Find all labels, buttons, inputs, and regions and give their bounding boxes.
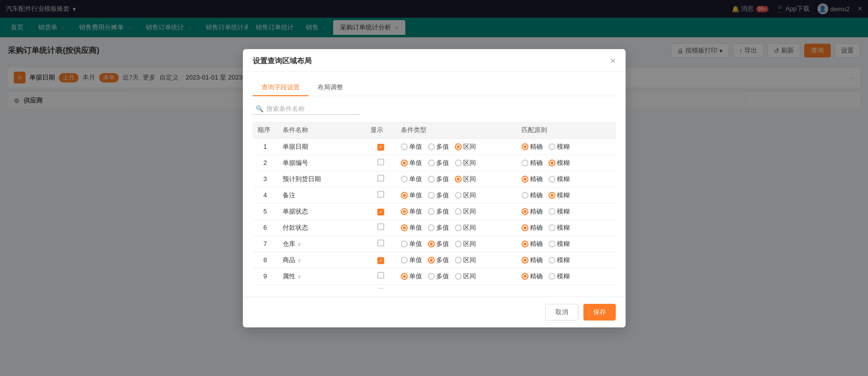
radio-type-单值[interactable]: 单值 <box>401 240 422 248</box>
cell-show[interactable] <box>366 203 396 219</box>
radio-type-区间[interactable]: 区间 <box>455 207 476 216</box>
cell-show[interactable] <box>366 219 396 236</box>
radio-type-多值[interactable]: 多值 <box>428 223 449 232</box>
radio-match-精确[interactable]: 精确 <box>522 175 543 184</box>
radio-match-模糊[interactable]: 模糊 <box>549 142 570 151</box>
show-checkbox[interactable] <box>377 159 384 165</box>
show-checkbox[interactable] <box>377 144 384 151</box>
radio-type-多值[interactable]: 多值 <box>428 159 449 167</box>
show-checkbox[interactable] <box>377 257 384 264</box>
radio-match-精确[interactable]: 精确 <box>522 207 543 216</box>
dialog-tab-layout-adjust-label: 布局调整 <box>317 83 343 91</box>
radio-type-多值[interactable]: 多值 <box>428 256 449 265</box>
radio-type-区间[interactable]: 区间 <box>455 191 476 200</box>
radio-type-多值[interactable]: 多值 <box>428 207 449 216</box>
cell-order: 7 <box>253 236 278 252</box>
cell-name: 预计到货日期 <box>278 171 366 187</box>
expand-arrow-icon[interactable]: ∨ <box>297 257 301 263</box>
dialog-overlay: 设置查询区域布局 × 查询字段设置 布局调整 🔍 <box>0 0 868 376</box>
cell-show[interactable] <box>366 155 396 171</box>
radio-type-单值[interactable]: 单值 <box>401 191 422 200</box>
show-checkbox[interactable] <box>377 191 384 198</box>
radio-label: 区间 <box>463 256 476 265</box>
radio-type-区间[interactable]: 区间 <box>455 256 476 265</box>
dialog-search-input[interactable] <box>266 105 355 112</box>
radio-type-多值[interactable]: 多值 <box>428 142 449 151</box>
radio-match-精确[interactable]: 精确 <box>522 256 543 265</box>
radio-type-单值[interactable]: 单值 <box>401 175 422 184</box>
show-checkbox[interactable] <box>377 240 384 246</box>
radio-type-多值[interactable]: 多值 <box>428 288 449 289</box>
radio-type-单值[interactable]: 单值 <box>401 272 422 281</box>
cell-show[interactable] <box>366 171 396 187</box>
radio-type-区间[interactable]: 区间 <box>455 240 476 248</box>
expand-arrow-icon[interactable]: ∨ <box>297 241 301 247</box>
cell-type: 单值多值区间 <box>396 138 517 155</box>
show-checkbox[interactable] <box>377 209 384 215</box>
radio-type-多值[interactable]: 多值 <box>428 240 449 248</box>
radio-type-单值[interactable]: 单值 <box>401 142 422 151</box>
dialog-table-body: 1单据日期单值多值区间精确模糊2单据编号单值多值区间精确模糊3预计到货日期单值多… <box>253 138 616 289</box>
cell-show[interactable] <box>366 268 396 284</box>
show-checkbox[interactable] <box>377 223 384 230</box>
radio-match-精确[interactable]: 精确 <box>522 191 543 200</box>
radio-match-精确[interactable]: 精确 <box>522 272 543 281</box>
radio-type-单值[interactable]: 单值 <box>401 288 422 289</box>
radio-type-区间[interactable]: 区间 <box>455 272 476 281</box>
show-checkbox[interactable] <box>377 175 384 182</box>
radio-label: 模糊 <box>557 288 570 289</box>
radio-match-模糊[interactable]: 模糊 <box>549 207 570 216</box>
radio-match-模糊[interactable]: 模糊 <box>549 159 570 167</box>
radio-type-单值[interactable]: 单值 <box>401 223 422 232</box>
radio-type-单值[interactable]: 单值 <box>401 207 422 216</box>
cell-show[interactable] <box>366 138 396 155</box>
radio-match-模糊[interactable]: 模糊 <box>549 191 570 200</box>
radio-label: 多值 <box>436 191 449 200</box>
cancel-button[interactable]: 取消 <box>545 304 579 321</box>
radio-match-精确[interactable]: 精确 <box>522 288 543 289</box>
radio-label: 精确 <box>530 272 543 281</box>
radio-circle <box>549 192 555 199</box>
radio-type-多值[interactable]: 多值 <box>428 272 449 281</box>
radio-label: 单值 <box>409 256 422 265</box>
radio-type-单值[interactable]: 单值 <box>401 159 422 167</box>
radio-type-单值[interactable]: 单值 <box>401 256 422 265</box>
show-checkbox[interactable] <box>377 288 384 289</box>
cell-show[interactable] <box>366 252 396 268</box>
radio-match-模糊[interactable]: 模糊 <box>549 175 570 184</box>
table-row: 2单据编号单值多值区间精确模糊 <box>253 155 616 171</box>
cell-type: 单值多值区间 <box>396 203 517 219</box>
cell-show[interactable] <box>366 187 396 203</box>
radio-type-区间[interactable]: 区间 <box>455 223 476 232</box>
radio-type-区间[interactable]: 区间 <box>455 142 476 151</box>
radio-circle <box>522 176 528 183</box>
radio-match-模糊[interactable]: 模糊 <box>549 223 570 232</box>
table-row: 5单据状态单值多值区间精确模糊 <box>253 203 616 219</box>
dialog-tab-query-fields[interactable]: 查询字段设置 <box>253 80 309 96</box>
radio-match-精确[interactable]: 精确 <box>522 240 543 248</box>
dialog-close-button[interactable]: × <box>610 56 616 66</box>
show-checkbox[interactable] <box>377 272 384 279</box>
radio-label: 区间 <box>463 207 476 216</box>
radio-match-模糊[interactable]: 模糊 <box>549 256 570 265</box>
expand-arrow-icon[interactable]: ∨ <box>297 273 301 279</box>
cell-name: 单据编号 <box>278 155 366 171</box>
radio-match-模糊[interactable]: 模糊 <box>549 272 570 281</box>
radio-match-模糊[interactable]: 模糊 <box>549 288 570 289</box>
radio-type-区间[interactable]: 区间 <box>455 288 476 289</box>
radio-circle <box>549 176 555 183</box>
save-button[interactable]: 保存 <box>583 304 616 321</box>
radio-match-精确[interactable]: 精确 <box>522 142 543 151</box>
radio-type-区间[interactable]: 区间 <box>455 159 476 167</box>
cell-show[interactable] <box>366 284 396 289</box>
radio-type-多值[interactable]: 多值 <box>428 175 449 184</box>
dialog-tab-layout-adjust[interactable]: 布局调整 <box>309 80 352 96</box>
radio-type-多值[interactable]: 多值 <box>428 191 449 200</box>
cell-name: 仓库 ∨ <box>278 236 366 252</box>
radio-match-模糊[interactable]: 模糊 <box>549 240 570 248</box>
radio-match-精确[interactable]: 精确 <box>522 223 543 232</box>
radio-type-区间[interactable]: 区间 <box>455 175 476 184</box>
dialog-table: 顺序 条件名称 显示 条件类型 匹配原则 1单据日期单值多值区间精确模糊2单据编… <box>253 122 616 289</box>
radio-match-精确[interactable]: 精确 <box>522 159 543 167</box>
cell-show[interactable] <box>366 236 396 252</box>
